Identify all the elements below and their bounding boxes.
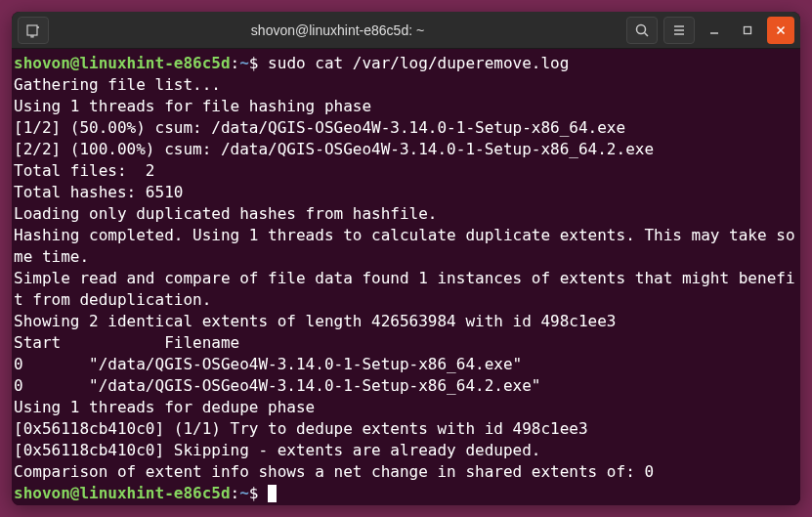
- search-button[interactable]: [626, 17, 658, 44]
- prompt-colon: :: [231, 484, 240, 502]
- prompt-colon: :: [231, 54, 240, 72]
- minimize-icon: [708, 24, 720, 36]
- svg-rect-7: [745, 26, 751, 33]
- minimize-button[interactable]: [701, 17, 728, 44]
- close-icon: [775, 24, 787, 36]
- svg-rect-0: [27, 25, 37, 35]
- terminal-body[interactable]: shovon@linuxhint-e86c5d:~$ sudo cat /var…: [12, 49, 800, 505]
- svg-point-1: [637, 24, 646, 33]
- menu-button[interactable]: [663, 17, 695, 44]
- new-tab-icon: [25, 22, 41, 38]
- maximize-icon: [742, 24, 753, 36]
- prompt-user: shovon@linuxhint-e86c5d: [14, 484, 231, 502]
- close-button[interactable]: [767, 17, 794, 44]
- cursor: [268, 485, 277, 502]
- prompt-user: shovon@linuxhint-e86c5d: [14, 54, 231, 72]
- hamburger-icon: [671, 22, 687, 38]
- titlebar-right: [626, 17, 794, 44]
- window-title: shovon@linuxhint-e86c5d: ~: [55, 22, 620, 38]
- prompt-path: ~: [239, 54, 249, 72]
- search-icon: [634, 22, 650, 38]
- prompt-path: ~: [239, 484, 249, 502]
- titlebar: shovon@linuxhint-e86c5d: ~: [12, 12, 800, 49]
- svg-line-2: [645, 32, 649, 36]
- terminal-window: shovon@linuxhint-e86c5d: ~: [12, 12, 800, 505]
- command-text: sudo cat /var/log/duperemove.log: [258, 54, 569, 72]
- terminal-output: Gathering file list... Using 1 threads f…: [14, 75, 795, 481]
- new-tab-button[interactable]: [18, 17, 49, 44]
- prompt-symbol: $: [249, 484, 259, 502]
- maximize-button[interactable]: [734, 17, 761, 44]
